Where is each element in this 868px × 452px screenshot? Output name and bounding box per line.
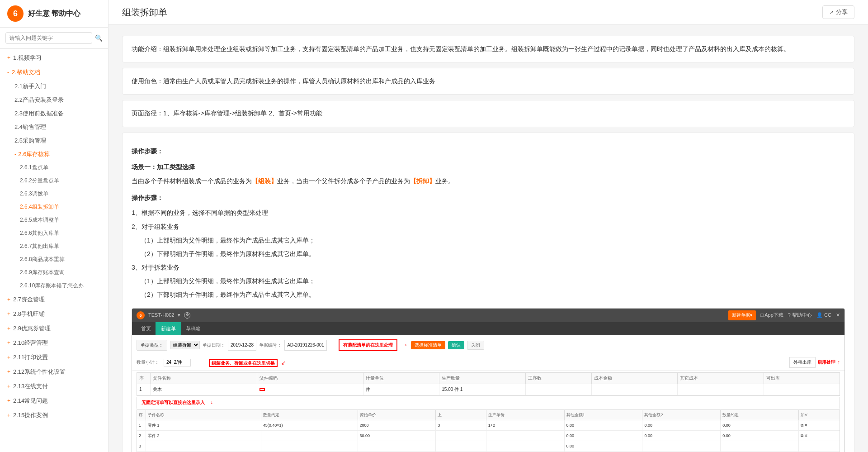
mock-quantity-input[interactable] <box>164 359 191 366</box>
sidebar-item-stockquery[interactable]: 2.6.9库存账本查询 <box>0 266 108 279</box>
sidebar-header: 6 好生意 帮助中心 <box>0 0 108 28</box>
mock-copy-icon2[interactable]: ⧉ <box>801 432 803 439</box>
step2-2: （2）下部明细为子件明细，最终作为原材料生成其它出库单。 <box>141 248 845 260</box>
mock-annotation4-area: 无固定清单可以直接在这里录入 ↓ <box>137 397 840 409</box>
sidebar-item-allocation[interactable]: 2.6.2分量盘点单 <box>0 174 108 187</box>
sidebar-item-funds[interactable]: + 2.7资金管理 <box>0 292 108 307</box>
sidebar-item-video[interactable]: + 1.视频学习 <box>0 51 108 65</box>
mock-lower-table: 序 子件名称 数量约定 原始单价 上 生产单价 其他金额1 其他金额2 数量约定… <box>137 409 840 452</box>
mock-btn-confirm[interactable]: 确认 <box>448 341 464 349</box>
mock-sub-toolbar: 数量小计： 组装业务、拆卸业务在这里切换 ↙ 外租出库 启用处理 ↑ <box>132 355 844 371</box>
sidebar-item-onlinepay[interactable]: + 2.13在线支付 <box>0 379 108 394</box>
intro-block: 功能介绍：组装拆卸单用来处理企业组装或拆卸等加工业务，支持有固定装配清单的产品加… <box>122 36 854 62</box>
mock-tab-active[interactable]: 新建单 <box>156 322 181 336</box>
mock-annotation3-text: 启用处理 <box>817 358 835 366</box>
mock-arrow-right: → <box>400 338 408 352</box>
mock-type-select[interactable]: 组装拆卸 <box>170 341 200 349</box>
sidebar-item-stocktake[interactable]: 2.6.1盘点单 <box>0 161 108 174</box>
path-block: 页面路径：1、库存核算->库存管理->组装拆卸单 2、首页->常用功能 <box>122 100 854 127</box>
share-icon: ↗ <box>829 9 834 15</box>
mock-help-icon: ? 帮助中心 <box>788 311 812 320</box>
minus-icon: - <box>7 69 9 76</box>
mock-father-code-highlight <box>259 388 265 391</box>
sidebar-item-operations[interactable]: + 2.10经营管理 <box>0 336 108 350</box>
mock-table2-row3: 3 0.00 <box>137 441 840 452</box>
sidebar-item-print[interactable]: + 2.11打印设置 <box>0 350 108 365</box>
plus-icon9: + <box>7 398 10 404</box>
sidebar: 6 好生意 帮助中心 🔍 + 1.视频学习 - 2.帮助文档 2.1新手入门 2… <box>0 0 108 452</box>
search-button[interactable]: 🔍 <box>95 34 103 42</box>
step2-1: （1）上部明细为父件明细，最终作为产成品生成其它入库单； <box>141 235 845 246</box>
sidebar-item-adjust[interactable]: 2.6.3调拨单 <box>0 187 108 200</box>
sidebar-item-costcalc[interactable]: 2.6.8商品成本重算 <box>0 253 108 266</box>
mock-toolbar: 单据类型： 组装拆卸 单据日期： 2019-12-28 单据编号： AD-201… <box>132 335 844 355</box>
page-title: 组装拆卸单 <box>122 6 167 19</box>
mock-delete-icon[interactable]: ✕ <box>804 422 808 429</box>
sidebar-item-inventory[interactable]: -2.6库存核算 <box>0 147 108 161</box>
mock-newbill-btn[interactable]: 新建单据▾ <box>728 310 756 320</box>
sidebar-item-purchase[interactable]: 2.5采购管理 <box>0 134 108 147</box>
mock-bh-label: 单据编号： <box>259 341 282 349</box>
sidebar-item-costadjust[interactable]: 2.6.5成本调整单 <box>0 214 108 227</box>
mock-breadcrumb: TEST-H002 <box>148 311 174 320</box>
sidebar-item-newuser[interactable]: 2.1新手入门 <box>0 80 108 93</box>
logo-icon: 6 <box>7 5 24 22</box>
sidebar-item-cases[interactable]: + 2.15操作案例 <box>0 408 108 423</box>
mock-copy-icon[interactable]: ⧉ <box>801 422 803 429</box>
step2: 2、对于组装业务 <box>132 221 845 233</box>
logo-text: 好生意 帮助中心 <box>28 9 80 19</box>
mock-bh-value[interactable]: AD-20191226-001 <box>284 340 327 351</box>
sidebar-item-coupon[interactable]: + 2.9优惠券管理 <box>0 321 108 336</box>
step3: 3、对于拆装业务 <box>132 262 845 273</box>
search-input[interactable] <box>5 32 92 44</box>
mock-tab-home[interactable]: 首页 <box>137 322 156 336</box>
mock-close-icon[interactable]: ✕ <box>836 311 840 320</box>
mock-annotation3-area: 外租出库 启用处理 ↑ <box>789 357 840 368</box>
mock-tab-draft[interactable]: 草稿箱 <box>181 322 205 336</box>
plus-icon3: + <box>7 311 10 317</box>
plus-icon4: + <box>7 325 10 332</box>
plus-icon2: + <box>7 296 10 303</box>
mock-annotation-area: 有装配清单的在这里处理 → 选择标准清单 确认 关闭 <box>339 338 484 352</box>
top-bar: 组装拆卸单 ↗ 分享 <box>108 0 868 25</box>
main-content: 组装拆卸单 ↗ 分享 功能介绍：组装拆卸单用来处理企业组装或拆卸等加工业务，支持… <box>108 0 868 452</box>
screenshot-container: 6 TEST-H002 ▾ ⚙ 新建单据▾ □ App下载 ? 帮助中心 👤 C… <box>132 308 845 452</box>
mock-field-label: 数量小计： <box>137 358 159 366</box>
mock-annotation2-text: 组装业务、拆卸业务在这里切换 <box>209 359 278 367</box>
plus-icon7: + <box>7 369 10 375</box>
mock-delete-icon2[interactable]: ✕ <box>804 432 808 439</box>
plus-icon8: + <box>7 383 10 390</box>
sidebar-item-customize[interactable]: + 2.12系统个性化设置 <box>0 365 108 379</box>
share-button[interactable]: ↗ 分享 <box>822 5 854 19</box>
path-text: 页面路径：1、库存核算->库存管理->组装拆卸单 2、首页->常用功能 <box>132 108 845 119</box>
mock-table2-row2: 2 零件 2 30.00 0.00 0.00 0.00 ⧉ ✕ <box>137 431 840 441</box>
sidebar-item-sales[interactable]: 2.4销售管理 <box>0 120 108 134</box>
mock-table2-header: 序 子件名称 数量约定 原始单价 上 生产单价 其他金额1 其他金额2 数量约定… <box>137 410 840 420</box>
mock-btn-close[interactable]: 关闭 <box>467 341 484 350</box>
sidebar-item-otherout[interactable]: 2.6.7其他出库单 <box>0 240 108 253</box>
mock-date-value[interactable]: 2019-12-28 <box>228 340 256 351</box>
sidebar-item-accounterror[interactable]: 2.6.10库存账本错了怎么办 <box>0 279 108 292</box>
mock-arrow4: ↓ <box>210 398 213 408</box>
mock-dropdown-icon: ▾ <box>178 311 180 320</box>
sidebar-item-install[interactable]: 2.2产品安装及登录 <box>0 93 108 107</box>
scene1-desc: 当由多个子件材料组装成一个成品的业务为【组装】业务，当由一个父件拆分成多个子产品… <box>132 176 845 187</box>
mock-table1-header: 序 父件名称 父件编码 计量单位 生产数量 工序数 成本金额 其它成本 可出库 <box>137 373 840 384</box>
plus-icon6: + <box>7 354 10 361</box>
plus-icon5: + <box>7 340 10 346</box>
mock-annotation2-area: 组装业务、拆卸业务在这里切换 ↙ <box>209 357 286 368</box>
mock-btn-save[interactable]: 单据类型： <box>137 340 167 351</box>
plus-icon10: + <box>7 412 10 419</box>
sidebar-item-assembly[interactable]: 2.6.4组装拆卸单 <box>0 200 108 214</box>
sidebar-item-faq[interactable]: + 2.14常见问题 <box>0 394 108 408</box>
mock-btn-selectlist[interactable]: 选择标准清单 <box>411 341 445 349</box>
mock-upper-table: 序 父件名称 父件编码 计量单位 生产数量 工序数 成本金额 其它成本 可出库 … <box>137 372 840 396</box>
sidebar-item-prepare[interactable]: 2.3使用前数据准备 <box>0 107 108 120</box>
mock-nav-tabs: 首页 新建单 草稿箱 <box>132 322 844 336</box>
steps-label: 操作步骤： <box>132 146 845 157</box>
sidebar-item-mobile[interactable]: + 2.8手机旺铺 <box>0 307 108 321</box>
role-block: 使用角色：通常由生产人员或库管人员完成拆装业务的操作，库管人员确认原材料的出库和… <box>122 68 854 95</box>
mock-date-label: 单据日期： <box>203 341 225 349</box>
sidebar-item-otherin[interactable]: 2.6.6其他入库单 <box>0 227 108 240</box>
sidebar-item-docs[interactable]: - 2.帮助文档 <box>0 65 108 80</box>
